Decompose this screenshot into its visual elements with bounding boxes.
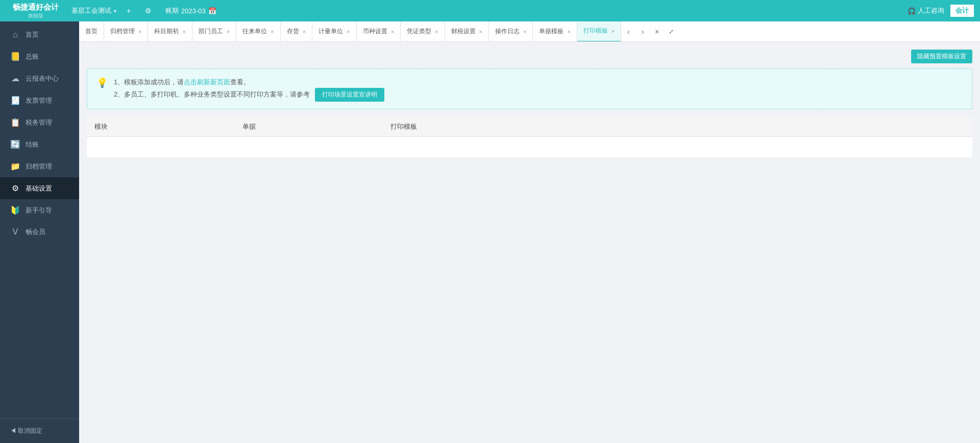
sidebar-label-guide: 新手引导 [26,206,52,215]
tab-close-archive-mgmt[interactable]: × [138,29,141,35]
period-value: 2023-03 [181,7,206,15]
sidebar-footer-unpin[interactable]: ◀ 取消固定 [0,418,79,443]
tab-label-home: 首页 [85,27,97,36]
logo-area: 畅捷通好会计 旗舰版 [5,3,66,19]
logo-title: 畅捷通好会计 [13,3,59,12]
tab-close-dept-staff[interactable]: × [227,29,230,35]
table-body-empty [87,137,972,157]
sidebar-item-guide[interactable]: 🔰 新手引导 [0,199,79,221]
th-single: 单据 [235,117,383,136]
home-icon: ⌂ [10,30,20,39]
tab-label-subject-init: 科目期初 [154,27,179,36]
tab-print-template[interactable]: 打印模板 × [577,21,621,42]
sidebar-label-report: 云报表中心 [26,74,59,83]
tab-label-single-template: 单据模板 [539,27,564,36]
print-scene-button[interactable]: 打印场景设置宣讲明 [315,88,384,102]
sidebar-item-checkout[interactable]: 🔄 结账 [0,133,79,155]
tab-nav-prev[interactable]: ‹ [621,21,635,42]
tab-subject-init[interactable]: 科目期初 × [148,21,192,42]
sidebar-item-report[interactable]: ☁ 云报表中心 [0,67,79,89]
gear-icon: ⚙ [10,183,20,193]
company-name: 基层工会测试 [71,6,111,15]
tab-unit[interactable]: 计量单位 × [312,21,356,42]
tab-label-tax-settings: 财税设置 [451,27,476,36]
tab-label-operation-log: 操作日志 [495,27,520,36]
period-info: 账期 2023-03 📅 [165,6,216,15]
sidebar-item-archive[interactable]: 📁 归档管理 [0,155,79,177]
main-area: ⌂ 首页 📒 总账 ☁ 云报表中心 🧾 发票管理 📋 税务管理 [0,21,980,443]
company-selector[interactable]: 基层工会测试 ▾ [71,6,116,15]
page-content: 隐藏预置模板设置 💡 1、模板添加成功后，请点击刷新新页面查看。 2、多员工、多… [79,42,980,443]
tab-home[interactable]: 首页 [79,21,104,42]
top-bar: 畅捷通好会计 旗舰版 基层工会测试 ▾ + ⚙ 账期 2023-03 📅 🎧 人… [0,0,980,21]
sidebar-label-ledger: 总账 [26,52,39,61]
tab-label-unit: 计量单位 [318,27,343,36]
tab-close-unit[interactable]: × [347,29,350,35]
notice-box: 💡 1、模板添加成功后，请点击刷新新页面查看。 2、多员工、多打印机、多种业务类… [87,68,972,109]
tab-expand[interactable]: ⤢ [664,21,678,42]
calendar-icon[interactable]: 📅 [208,7,216,15]
unpin-label: ◀ 取消固定 [10,427,42,435]
tab-label-archive-mgmt: 归档管理 [110,27,135,36]
tab-close-print-template[interactable]: × [611,28,615,34]
th-single-label: 单据 [242,123,256,130]
notice-refresh-link[interactable]: 点击刷新新页面 [184,78,230,86]
tab-nav-next[interactable]: › [635,21,650,42]
notice-line-1: 1、模板添加成功后，请点击刷新新页面查看。 [114,76,963,88]
tab-bar: 首页 归档管理 × 科目期初 × 部门员工 × 往来单位 × [79,21,980,42]
bulb-icon: 💡 [96,77,108,102]
tab-inventory[interactable]: 存货 × [281,21,312,42]
tab-dept-staff[interactable]: 部门员工 × [192,21,236,42]
tab-close-subject-init[interactable]: × [182,29,185,35]
sidebar-label-member: 畅会员 [26,227,45,237]
archive-icon: 📁 [10,161,20,171]
invoice-icon: 🧾 [10,96,20,105]
tab-close-inventory[interactable]: × [303,29,306,35]
tab-close-voucher-type[interactable]: × [435,29,438,35]
tab-close-currency[interactable]: × [391,29,394,35]
guide-icon: 🔰 [10,205,20,215]
tax-icon: 📋 [10,118,20,127]
tab-operation-log[interactable]: 操作日志 × [489,21,533,42]
tab-voucher-type[interactable]: 凭证类型 × [401,21,445,42]
headset-icon: 🎧 [908,7,916,15]
tab-close-tax-settings[interactable]: × [479,29,482,35]
sidebar-item-settings[interactable]: ⚙ 基础设置 [0,177,79,199]
tab-label-print-template: 打印模板 [583,27,608,35]
notice-line1-suffix: 查看。 [230,78,250,86]
chevron-down-icon: ▾ [114,8,116,14]
sidebar-item-ledger[interactable]: 📒 总账 [0,45,79,67]
sidebar-item-invoice[interactable]: 🧾 发票管理 [0,89,79,111]
account-button[interactable]: 会计 [949,4,975,18]
notice-line-2: 2、多员工、多打印机、多种业务类型设置不同打印方案等，请参考 打印场景设置宣讲明 [114,88,963,102]
th-template-label: 打印模板 [390,123,417,130]
service-button[interactable]: 🎧 人工咨询 [908,6,944,15]
tab-label-dept-staff: 部门员工 [199,27,223,36]
tab-close-operation-log[interactable]: × [523,29,526,35]
content-area: 首页 归档管理 × 科目期初 × 部门员工 × 往来单位 × [79,21,980,443]
sidebar-label-settings: 基础设置 [26,184,52,193]
add-tab-button[interactable]: + [121,4,136,18]
tab-close-single-template[interactable]: × [567,29,570,35]
tab-archive-mgmt[interactable]: 归档管理 × [104,21,148,42]
checkout-icon: 🔄 [10,139,20,149]
sidebar-label-tax: 税务管理 [26,118,52,127]
sidebar-nav: ⌂ 首页 📒 总账 ☁ 云报表中心 🧾 发票管理 📋 税务管理 [0,21,79,418]
settings-icon[interactable]: ⚙ [141,4,155,18]
tab-tax-settings[interactable]: 财税设置 × [445,21,489,42]
table-header: 模块 单据 打印模板 [87,117,972,137]
sidebar-item-tax[interactable]: 📋 税务管理 [0,111,79,133]
sidebar-item-member[interactable]: V 畅会员 [0,221,79,243]
tab-close-counterpart[interactable]: × [271,29,274,35]
tab-close-all[interactable]: × [650,21,664,42]
tab-counterpart[interactable]: 往来单位 × [236,21,280,42]
th-module-label: 模块 [94,123,108,130]
sidebar: ⌂ 首页 📒 总账 ☁ 云报表中心 🧾 发票管理 📋 税务管理 [0,21,79,443]
sidebar-item-home[interactable]: ⌂ 首页 [0,24,79,45]
hide-template-button[interactable]: 隐藏预置模板设置 [911,50,972,63]
tab-currency[interactable]: 币种设置 × [357,21,401,42]
tab-label-counterpart: 往来单位 [242,27,267,36]
th-template: 打印模板 [383,117,972,136]
tab-single-template[interactable]: 单据模板 × [533,21,577,42]
data-table: 模块 单据 打印模板 [87,117,972,157]
